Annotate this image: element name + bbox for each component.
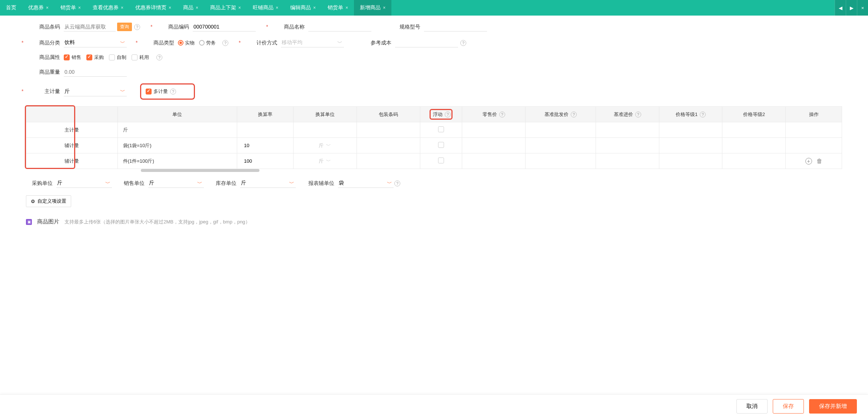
tab-shop[interactable]: 旺铺商品× — [247, 0, 284, 16]
close-icon[interactable]: × — [383, 5, 385, 10]
tabs-prev[interactable]: ◀ — [835, 0, 846, 16]
close-icon[interactable]: × — [196, 5, 198, 10]
chk-purchase[interactable]: 采购 — [86, 54, 104, 61]
close-icon[interactable]: × — [121, 5, 123, 10]
highlight-float-col: 浮动? — [430, 109, 453, 120]
help-icon[interactable]: ? — [156, 54, 162, 60]
report-unit-select[interactable] — [338, 179, 394, 188]
tabs-bar: 首页 优惠券× 销货单× 查看优惠券× 优惠券详情页× 商品× 商品上下架× 旺… — [0, 0, 868, 16]
close-icon[interactable]: × — [78, 5, 81, 10]
help-icon[interactable]: ? — [222, 40, 228, 46]
close-icon[interactable]: × — [276, 5, 278, 10]
chk-selfmade[interactable]: 自制 — [109, 54, 126, 61]
query-button[interactable]: 查询 — [117, 23, 132, 31]
float-checkbox[interactable] — [438, 157, 444, 163]
tab-coupondetail[interactable]: 优惠券详情页× — [129, 0, 177, 16]
name-label: 商品名称 — [271, 24, 305, 30]
type-label: 商品类型 — [140, 40, 174, 46]
chk-sale[interactable]: 销售 — [64, 54, 81, 61]
convunit-select[interactable]: 斤 ﹀ — [296, 158, 354, 165]
close-icon[interactable]: × — [345, 5, 348, 10]
float-checkbox[interactable] — [438, 142, 444, 148]
help-icon[interactable]: ? — [460, 40, 466, 46]
chk-consume[interactable]: 耗用 — [132, 54, 149, 61]
delete-row-button[interactable]: 🗑 — [816, 158, 822, 165]
purchase-unit-select[interactable] — [56, 179, 112, 188]
tab-sales1[interactable]: 销货单× — [54, 0, 87, 16]
help-icon[interactable]: ? — [700, 112, 706, 117]
horizontal-scrollbar[interactable] — [141, 169, 259, 172]
help-icon[interactable]: ? — [571, 112, 577, 117]
sale-unit-select[interactable] — [148, 179, 204, 188]
help-icon[interactable]: ? — [445, 112, 451, 117]
code-label: 商品编码 — [155, 24, 189, 30]
tab-onoff[interactable]: 商品上下架× — [204, 0, 247, 16]
unit-table: 单位 换算率 换算单位 包装条码 浮动? 零售价? 基准批发价? 基准进价? 价… — [26, 106, 842, 172]
radio-service[interactable]: 劳务 — [199, 40, 216, 46]
radio-physical[interactable]: 实物 — [178, 40, 195, 46]
spec-label: 规格型号 — [386, 24, 420, 30]
price-cell[interactable] — [462, 122, 526, 138]
add-row-button[interactable]: + — [805, 158, 812, 165]
close-icon[interactable]: × — [169, 5, 171, 10]
unit-cell[interactable]: 斤 — [117, 122, 237, 138]
unit-cell[interactable]: 件(1件=100斤) — [117, 153, 237, 169]
tab-viewcoupon[interactable]: 查看优惠券× — [87, 0, 129, 16]
weight-label: 商品重量 — [26, 69, 60, 76]
convunit-select[interactable]: 斤 ﹀ — [296, 142, 354, 149]
close-icon[interactable]: × — [238, 5, 241, 10]
sale-unit-label: 销售单位 — [118, 180, 145, 187]
tab-sales2[interactable]: 销货单× — [322, 0, 354, 16]
stock-unit-select[interactable] — [240, 179, 296, 188]
rate-input[interactable] — [242, 143, 290, 148]
highlight-multiunit: 多计量 ? — [140, 83, 195, 100]
refcost-input[interactable] — [395, 38, 458, 47]
table-header-row: 单位 换算率 换算单位 包装条码 浮动? 零售价? 基准批发价? 基准进价? 价… — [26, 107, 842, 122]
custom-fields-button[interactable]: ⚙自定义项设置 — [26, 195, 71, 207]
float-checkbox[interactable] — [438, 126, 444, 132]
tab-coupon[interactable]: 优惠券× — [22, 0, 54, 16]
table-row: 主计量 斤 — [26, 122, 842, 138]
refcost-label: 参考成本 — [357, 40, 391, 46]
help-icon[interactable]: ? — [635, 112, 641, 117]
purchase-unit-label: 采购单位 — [26, 180, 53, 187]
category-select[interactable] — [64, 38, 127, 47]
help-icon[interactable]: ? — [170, 89, 176, 94]
close-icon[interactable]: × — [313, 5, 316, 10]
table-row: 辅计量 件(1件=100斤) 斤 ﹀ +🗑 — [26, 153, 842, 169]
report-unit-label: 报表辅单位 — [302, 180, 334, 187]
tab-home[interactable]: 首页 — [0, 0, 22, 16]
barcode-label: 商品条码 — [26, 24, 60, 30]
stock-unit-label: 库存单位 — [210, 180, 236, 187]
tab-newproduct[interactable]: 新增商品× — [354, 0, 391, 16]
mainunit-label: 主计量 — [26, 88, 60, 95]
tab-product[interactable]: 商品× — [177, 0, 204, 16]
table-row: 辅计量 袋(1袋=10斤) 斤 ﹀ — [26, 138, 842, 153]
spec-input[interactable] — [424, 22, 487, 31]
tab-edit[interactable]: 编辑商品× — [284, 0, 322, 16]
name-input[interactable] — [308, 22, 371, 31]
close-icon[interactable]: × — [46, 5, 49, 10]
help-icon[interactable]: ? — [499, 112, 505, 117]
barcode-input[interactable] — [64, 22, 116, 31]
pricing-label: 计价方式 — [243, 40, 277, 46]
tabs-next[interactable]: ▶ — [846, 0, 857, 16]
help-icon[interactable]: ? — [134, 24, 140, 30]
tabs-close-all[interactable]: × — [857, 0, 868, 16]
code-input[interactable] — [193, 22, 256, 31]
pricing-select[interactable] — [281, 38, 344, 47]
image-title: 商品图片 — [37, 218, 59, 225]
help-icon[interactable]: ? — [394, 180, 400, 186]
chk-multiunit[interactable]: 多计量 — [146, 88, 168, 95]
attr-label: 商品属性 — [26, 54, 60, 61]
image-hint: 支持最多上传6张（选择的图片单张大小不超过2MB，支持jpg，jpeg，gif，… — [64, 219, 250, 225]
mainunit-select[interactable] — [64, 87, 127, 96]
category-label: 商品分类 — [26, 40, 60, 46]
rate-input[interactable] — [242, 158, 290, 164]
weight-input[interactable] — [64, 67, 127, 77]
unit-cell[interactable]: 袋(1袋=10斤) — [117, 138, 237, 153]
gear-icon: ⚙ — [31, 199, 35, 204]
image-icon: ▣ — [26, 219, 32, 225]
